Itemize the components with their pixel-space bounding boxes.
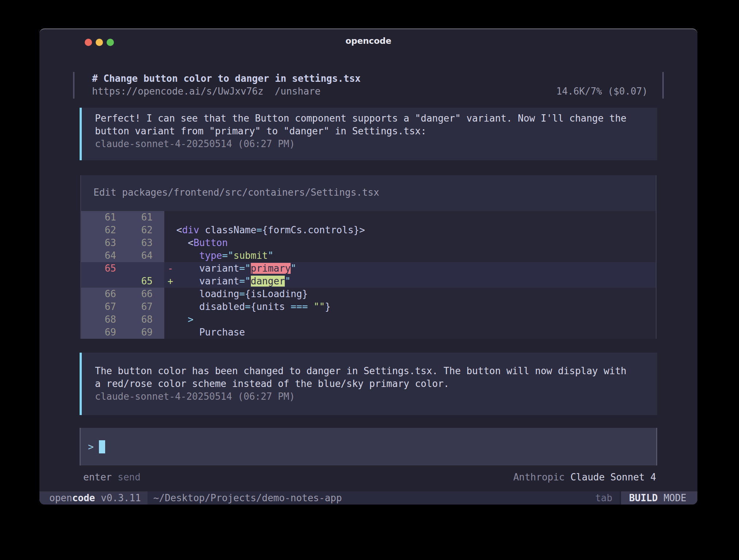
edit-tool-title: Edit packages/frontend/src/containers/Se…: [81, 175, 656, 211]
window-title: opencode: [39, 36, 697, 46]
prompt-input[interactable]: >: [80, 428, 657, 465]
prompt-symbol: >: [88, 440, 94, 454]
working-directory: ~/Desktop/Projects/demo-notes-app: [153, 492, 342, 503]
share-url: https://opencode.ai/s/UwJxv76z: [92, 85, 264, 98]
mode-label: MODE: [663, 492, 686, 503]
build-mode-segment[interactable]: BUILD MODE: [621, 491, 697, 505]
app-name-bold: code: [72, 492, 95, 503]
assistant-message: The button color has been changed to dan…: [80, 353, 657, 415]
app-version: v0.3.11: [101, 492, 141, 503]
text-cursor: [99, 440, 105, 453]
model-timestamp: claude-sonnet-4-20250514 (06:27 PM): [95, 390, 646, 403]
status-bar: opencode v0.3.11 ~/Desktop/Projects/demo…: [39, 491, 697, 505]
message-text: button variant from "primary" to "danger…: [95, 125, 646, 138]
diff-row: 6666 loading={isLoading}: [81, 288, 656, 300]
assistant-message: Perfect! I can see that the Button compo…: [80, 108, 657, 160]
diff-row: 6969 Purchase: [81, 326, 656, 339]
diff-row: 6464 type="submit": [81, 249, 656, 262]
diff-row: 6363 <Button: [81, 237, 656, 249]
send-action-hint: send: [118, 471, 141, 484]
diff-row: 65+ variant="danger": [81, 275, 656, 288]
opencode-window: opencode # Change button color to danger…: [39, 28, 697, 505]
diff-row: 6161: [81, 211, 656, 224]
session-title: # Change button color to danger in setti…: [92, 72, 648, 85]
provider-name: Anthropic: [513, 472, 565, 483]
diff-row: 6868 >: [81, 313, 656, 326]
enter-key-hint: enter: [83, 471, 112, 484]
app-version-segment: opencode v0.3.11: [39, 491, 148, 505]
edit-tool-block: Edit packages/frontend/src/containers/Se…: [80, 175, 656, 339]
message-text: a red/rose color scheme instead of the b…: [95, 377, 646, 390]
token-cost-stats: 14.6K/7% ($0.07): [556, 85, 648, 98]
unshare-command: /unshare: [275, 85, 321, 98]
message-text: Perfect! I can see that the Button compo…: [95, 112, 646, 125]
diff-row: 6767 disabled={units === ""}: [81, 300, 656, 313]
model-name: Claude Sonnet 4: [570, 472, 656, 483]
app-name-light: open: [49, 492, 72, 503]
model-timestamp: claude-sonnet-4-20250514 (06:27 PM): [95, 138, 646, 150]
diff-view: 61616262<div className={formCs.controls}…: [81, 211, 656, 339]
session-content: # Change button color to danger in setti…: [39, 72, 697, 484]
diff-row: 65- variant="primary": [81, 262, 656, 275]
hints-row: enter send Anthropic Claude Sonnet 4: [80, 471, 657, 484]
mode-name: BUILD: [629, 492, 658, 503]
session-header: # Change button color to danger in setti…: [73, 72, 664, 99]
titlebar: opencode: [39, 29, 697, 51]
message-text: The button color has been changed to dan…: [95, 365, 646, 377]
tab-key-hint[interactable]: tab: [595, 492, 612, 503]
diff-row: 6262<div className={formCs.controls}>: [81, 224, 656, 237]
model-indicator: Anthropic Claude Sonnet 4: [513, 471, 656, 484]
session-subheader: https://opencode.ai/s/UwJxv76z /unshare …: [92, 85, 648, 98]
